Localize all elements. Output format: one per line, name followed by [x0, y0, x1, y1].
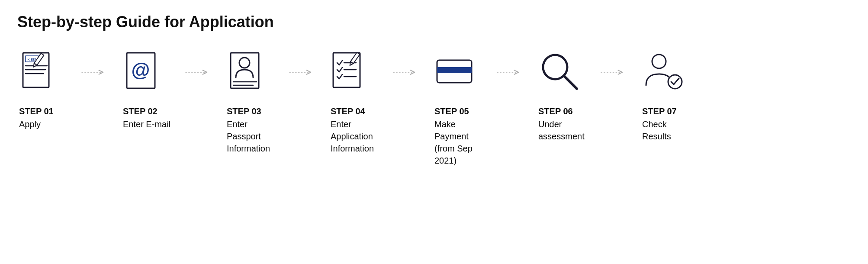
step-7-label: STEP 07CheckResults: [640, 106, 677, 142]
step-5-icon: [433, 48, 480, 96]
step-3-arrow: [273, 68, 329, 77]
step-3-label: STEP 03EnterPassportInformation: [225, 106, 270, 155]
step-6-number: STEP 06: [538, 106, 585, 116]
step-5-name: MakePayment(from Sep2021): [434, 118, 473, 167]
step-7-number: STEP 07: [642, 106, 677, 116]
step-4-icon: [329, 48, 376, 96]
step-1-icon-row: K-ETA: [17, 48, 121, 96]
step-2-icon: @: [121, 48, 169, 96]
step-3: STEP 03EnterPassportInformation: [225, 48, 329, 155]
step-6-name: Underassessment: [538, 118, 585, 142]
step-5-icon-row: [433, 48, 537, 96]
svg-text:K-ETA: K-ETA: [28, 58, 37, 61]
step-6-arrow: [584, 68, 640, 77]
step-2-label: STEP 02Enter E-mail: [121, 106, 170, 130]
step-7-icon: [640, 48, 688, 96]
step-4-number: STEP 04: [331, 106, 374, 116]
step-1: K-ETASTEP 01Apply: [17, 48, 121, 130]
step-2: @STEP 02Enter E-mail: [121, 48, 225, 130]
step-3-number: STEP 03: [227, 106, 270, 116]
step-4-icon-row: [329, 48, 433, 96]
step-6-icon-row: [537, 48, 640, 96]
step-2-icon-row: @: [121, 48, 225, 96]
step-1-number: STEP 01: [19, 106, 54, 116]
step-2-name: Enter E-mail: [123, 118, 170, 130]
step-5-arrow: [480, 68, 537, 77]
step-3-name: EnterPassportInformation: [227, 118, 270, 155]
svg-point-30: [652, 55, 666, 68]
step-1-label: STEP 01Apply: [17, 106, 54, 130]
page-title: Step-by-step Guide for Application: [17, 13, 851, 31]
step-2-number: STEP 02: [123, 106, 170, 116]
step-2-arrow: [169, 68, 225, 77]
step-4-name: EnterApplicationInformation: [331, 118, 374, 155]
step-5: STEP 05MakePayment(from Sep2021): [433, 48, 537, 167]
step-6: STEP 06Underassessment: [537, 48, 640, 142]
step-1-arrow: [65, 68, 121, 77]
step-4-arrow: [376, 68, 433, 77]
step-1-name: Apply: [19, 118, 54, 130]
step-6-icon: [537, 48, 584, 96]
step-3-icon-row: [225, 48, 329, 96]
step-1-icon: K-ETA: [17, 48, 65, 96]
svg-point-31: [668, 75, 682, 89]
step-7-name: CheckResults: [642, 118, 677, 142]
steps-container: K-ETASTEP 01Apply@STEP 02Enter E-mailSTE…: [17, 48, 851, 167]
step-4-label: STEP 04EnterApplicationInformation: [329, 106, 374, 155]
step-7-icon-row: [640, 48, 744, 96]
step-4: STEP 04EnterApplicationInformation: [329, 48, 433, 155]
step-6-label: STEP 06Underassessment: [537, 106, 585, 142]
step-3-icon: [225, 48, 273, 96]
svg-rect-25: [437, 67, 472, 73]
svg-text:@: @: [132, 59, 150, 80]
step-7: STEP 07CheckResults: [640, 48, 744, 142]
step-5-label: STEP 05MakePayment(from Sep2021): [433, 106, 473, 167]
svg-line-28: [564, 76, 577, 89]
step-5-number: STEP 05: [434, 106, 473, 116]
